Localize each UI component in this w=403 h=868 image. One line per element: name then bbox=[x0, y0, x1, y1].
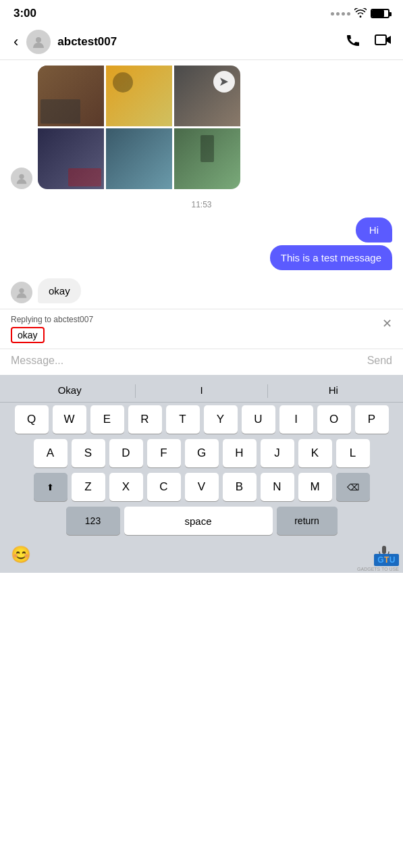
key-j[interactable]: J bbox=[261, 439, 294, 467]
key-m[interactable]: M bbox=[298, 473, 332, 501]
keyboard-row-4: 123 space return bbox=[3, 507, 400, 535]
suggestion-i[interactable]: I bbox=[138, 384, 264, 398]
reply-preview: okay bbox=[11, 327, 45, 343]
watermark-g: G bbox=[377, 555, 384, 565]
header-actions bbox=[345, 32, 392, 52]
key-h[interactable]: H bbox=[223, 439, 257, 467]
key-y[interactable]: Y bbox=[204, 405, 238, 434]
photo-cell-1 bbox=[38, 66, 104, 126]
key-g[interactable]: G bbox=[185, 439, 219, 467]
svg-point-0 bbox=[36, 37, 41, 43]
receiver-avatar bbox=[11, 282, 32, 303]
photo-grid bbox=[38, 66, 240, 189]
photo-send-button[interactable] bbox=[213, 71, 235, 93]
keyboard-row-3: ⬆ Z X C V B N M ⌫ bbox=[3, 473, 400, 501]
watermark-brand: GTU bbox=[374, 554, 399, 566]
keyboard-row-1: Q W E R T Y U I O P bbox=[3, 405, 400, 434]
photo-cell-6 bbox=[174, 128, 240, 189]
suggestion-hi[interactable]: Hi bbox=[271, 384, 396, 398]
key-v[interactable]: V bbox=[185, 473, 219, 501]
key-u[interactable]: U bbox=[242, 405, 275, 434]
key-e[interactable]: E bbox=[90, 405, 124, 434]
svg-rect-1 bbox=[375, 35, 386, 45]
photo-cell-5 bbox=[106, 128, 172, 189]
call-icon[interactable] bbox=[345, 32, 361, 52]
page-wrapper: 3:00 ‹ bbox=[0, 0, 403, 573]
keyboard: Okay I Hi Q W E R T Y U I O P A bbox=[0, 375, 403, 573]
key-c[interactable]: C bbox=[147, 473, 181, 501]
key-i[interactable]: I bbox=[279, 405, 313, 434]
reply-close-button[interactable]: ✕ bbox=[382, 316, 392, 331]
received-message: okay bbox=[0, 273, 403, 309]
status-time: 3:00 bbox=[14, 7, 36, 20]
key-p[interactable]: P bbox=[355, 405, 389, 434]
message-input-row: Send bbox=[0, 349, 403, 375]
sent-bubble-hi: Hi bbox=[356, 218, 392, 242]
key-r[interactable]: R bbox=[128, 405, 162, 434]
reply-bar: Replying to abctest007 okay ✕ bbox=[0, 309, 403, 349]
back-button[interactable]: ‹ bbox=[11, 30, 21, 53]
key-z[interactable]: Z bbox=[72, 473, 105, 501]
key-n[interactable]: N bbox=[261, 473, 294, 501]
sent-bubble-test: This is a test message bbox=[270, 245, 392, 270]
suggestion-divider-2 bbox=[267, 384, 268, 398]
photo-cell-2 bbox=[106, 66, 172, 126]
send-button[interactable]: Send bbox=[367, 355, 392, 367]
message-timestamp: 11:53 bbox=[0, 195, 403, 215]
key-l[interactable]: L bbox=[336, 439, 370, 467]
svg-point-2 bbox=[19, 174, 24, 179]
received-bubble-okay: okay bbox=[38, 278, 81, 303]
key-w[interactable]: W bbox=[53, 405, 86, 434]
numbers-key[interactable]: 123 bbox=[66, 507, 120, 535]
keyboard-suggestions: Okay I Hi bbox=[0, 380, 403, 403]
photo-cell-4 bbox=[38, 128, 104, 189]
sender-avatar-photo bbox=[11, 168, 32, 189]
watermark-t: T bbox=[384, 555, 389, 565]
video-call-icon[interactable] bbox=[375, 32, 392, 52]
svg-point-3 bbox=[19, 288, 24, 293]
key-k[interactable]: K bbox=[298, 439, 332, 467]
wifi-icon bbox=[354, 8, 367, 20]
sent-messages: Hi This is a test message bbox=[0, 215, 403, 273]
key-d[interactable]: D bbox=[109, 439, 143, 467]
chat-area: 11:53 Hi This is a test message okay bbox=[0, 60, 403, 309]
watermark-text: GADGETS TO USE bbox=[357, 567, 399, 571]
key-x[interactable]: X bbox=[109, 473, 143, 501]
signal-icon bbox=[331, 12, 350, 16]
keyboard-bottom: 😊 bbox=[0, 540, 403, 573]
delete-key[interactable]: ⌫ bbox=[336, 473, 370, 501]
battery-icon bbox=[371, 9, 389, 18]
return-key[interactable]: return bbox=[277, 507, 338, 535]
watermark-u: U bbox=[389, 555, 396, 565]
emoji-icon[interactable]: 😊 bbox=[11, 545, 31, 564]
key-t[interactable]: T bbox=[166, 405, 200, 434]
space-key[interactable]: space bbox=[124, 507, 273, 535]
key-f[interactable]: F bbox=[147, 439, 181, 467]
reply-label: Replying to abctest007 bbox=[11, 315, 392, 324]
key-o[interactable]: O bbox=[317, 405, 351, 434]
status-bar: 3:00 bbox=[0, 0, 403, 24]
key-q[interactable]: Q bbox=[15, 405, 49, 434]
status-icons bbox=[331, 8, 389, 20]
key-a[interactable]: A bbox=[34, 439, 68, 467]
photo-grid-message bbox=[0, 60, 403, 195]
contact-avatar bbox=[26, 30, 51, 54]
keyboard-row-2: A S D F G H J K L bbox=[3, 439, 400, 467]
suggestion-okay[interactable]: Okay bbox=[7, 384, 132, 398]
contact-name: abctest007 bbox=[57, 35, 345, 49]
message-input[interactable] bbox=[11, 355, 362, 367]
suggestion-divider-1 bbox=[135, 384, 136, 398]
key-s[interactable]: S bbox=[72, 439, 105, 467]
shift-key[interactable]: ⬆ bbox=[34, 473, 68, 501]
keyboard-rows: Q W E R T Y U I O P A S D F G H J K bbox=[0, 403, 403, 535]
key-b[interactable]: B bbox=[223, 473, 257, 501]
chat-header: ‹ abctest007 bbox=[0, 24, 403, 60]
